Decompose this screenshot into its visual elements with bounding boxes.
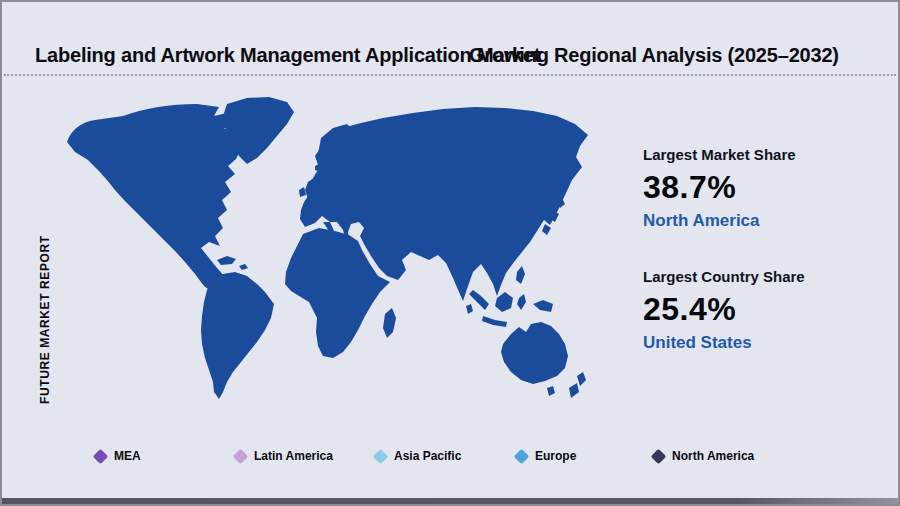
dotted-separator [4, 74, 896, 76]
legend-item-mea: MEA [95, 449, 141, 463]
legend-diamond-icon [373, 448, 389, 464]
legend-label: Asia Pacific [394, 449, 461, 463]
legend-label: Europe [535, 449, 576, 463]
legend-label: North America [672, 449, 754, 463]
map-legend: MEA Latin America Asia Pacific Europe No… [2, 449, 900, 467]
stat-value: 38.7% [643, 169, 796, 206]
map-sri-lanka [466, 304, 473, 314]
legend-item-asia-pacific: Asia Pacific [375, 449, 461, 463]
stat-largest-country-share: Largest Country Share 25.4% United State… [643, 268, 805, 353]
legend-diamond-icon [514, 448, 530, 464]
stat-label: Largest Country Share [643, 268, 805, 285]
map-south-america [201, 272, 274, 399]
stat-label: Largest Market Share [643, 146, 796, 163]
world-map [65, 94, 610, 427]
map-tasmania [547, 386, 555, 396]
legend-diamond-icon [93, 448, 109, 464]
bottom-border-strip [2, 498, 898, 504]
map-sumatra [469, 290, 489, 310]
page-title-line2: Growing Regional Analysis (2025–2032) [469, 44, 839, 67]
map-new-guinea [533, 300, 553, 312]
map-madagascar [383, 308, 396, 338]
legend-item-latin-america: Latin America [235, 449, 333, 463]
page-title-line1: Labeling and Artwork Management Applicat… [35, 44, 540, 67]
map-cuba [217, 256, 236, 265]
stat-value: 25.4% [643, 291, 805, 328]
legend-label: MEA [114, 449, 141, 463]
legend-item-europe: Europe [516, 449, 576, 463]
map-ireland [299, 187, 306, 197]
legend-diamond-icon [233, 448, 249, 464]
stat-region: United States [643, 333, 805, 353]
legend-diamond-icon [651, 448, 667, 464]
world-map-svg [65, 94, 610, 427]
world-map-landmass [67, 97, 588, 399]
map-new-zealand [569, 372, 586, 398]
map-philippines [516, 266, 525, 284]
infographic-canvas: Labeling and Artwork Management Applicat… [0, 0, 900, 506]
legend-item-north-america: North America [653, 449, 754, 463]
map-java [482, 316, 507, 327]
legend-label: Latin America [254, 449, 333, 463]
map-australia [501, 322, 568, 384]
map-hispaniola [239, 264, 248, 270]
vertical-watermark-label: FUTURE MARKET REPORT [38, 244, 54, 404]
map-borneo [495, 292, 513, 312]
map-sulawesi [517, 294, 526, 310]
stat-region: North America [643, 211, 796, 231]
map-north-america [67, 104, 243, 292]
stat-largest-market-share: Largest Market Share 38.7% North America [643, 146, 796, 231]
